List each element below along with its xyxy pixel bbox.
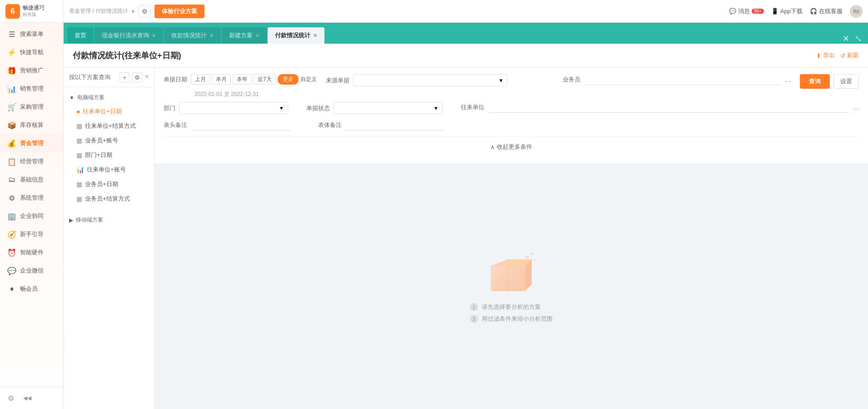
sidebar-item-enterprise[interactable]: 🏢 企业协同: [0, 207, 63, 225]
doc-status-filter: 单据状态 ▾: [306, 102, 443, 114]
scheme-item-unit-method[interactable]: ▦ 往来单位+结算方式: [64, 119, 154, 133]
export-icon: ⬆: [816, 52, 821, 59]
refresh-button[interactable]: ↺ 刷新: [840, 51, 859, 60]
filter-row-2: 部门 ▾ 单据状态 ▾: [164, 102, 859, 114]
scheme-label-staff-method: 业务员+结算方式: [85, 195, 130, 203]
sidebar-item-guide[interactable]: 🧭 新手引导: [0, 225, 63, 243]
filter-area: 单据日期 上月 本月 本年 近7天 更多 自定义 来源单据: [155, 68, 868, 164]
tab-new-close-icon[interactable]: ✕: [255, 33, 259, 39]
header-note-input[interactable]: [191, 120, 291, 130]
tabbar: 首页 现金银行流水查询 ✕ 收款情况统计 ✕ 新建方案 ✕ 付款情况统计 ✕ ✕…: [64, 23, 868, 44]
breadcrumb-dropdown[interactable]: ▾: [132, 8, 135, 15]
scheme-icon-staff-account: ▦: [76, 137, 82, 144]
doc-status-select[interactable]: ▾: [334, 102, 443, 114]
date-filter: 单据日期 上月 本月 本年 近7天 更多 自定义: [164, 74, 317, 85]
panel-settings-btn[interactable]: ⚙: [132, 72, 142, 82]
sidebar-item-marketing[interactable]: 🎁 营销推广: [0, 61, 63, 80]
sidebar-item-capital[interactable]: 💰 资金管理: [0, 134, 63, 152]
staff-dots-btn[interactable]: ...: [785, 76, 791, 84]
sidebar-item-shortcut[interactable]: ⚡ 快捷导航: [0, 43, 63, 61]
scheme-item-unit-date[interactable]: ● 往来单位+日期: [64, 104, 154, 119]
panel-add-btn[interactable]: +: [120, 72, 130, 82]
date-btn-this-month[interactable]: 本月: [212, 74, 231, 85]
sidebar-item-inventory[interactable]: 📦 库存核算: [0, 116, 63, 134]
tab-home[interactable]: 首页: [67, 27, 94, 44]
scheme-label-unit-date: 往来单位+日期: [83, 107, 122, 116]
sidebar-item-search[interactable]: ☰ 搜索菜单: [0, 25, 63, 43]
scheme-label-staff-date: 业务员+日期: [85, 180, 118, 188]
tab-collection[interactable]: 收款情况统计 ✕: [164, 27, 221, 44]
mobile-section-title[interactable]: ▶ 移动端方案: [64, 213, 154, 227]
sidebar-label-purchase: 采购管理: [20, 103, 44, 111]
filter-row-1: 单据日期 上月 本月 本年 近7天 更多 自定义 来源单据: [164, 74, 859, 89]
collapse-more-btn[interactable]: ∧ 收起更多条件: [483, 140, 539, 154]
tab-payment-close-icon[interactable]: ✕: [313, 33, 317, 39]
purchase-nav-icon: 🛒: [7, 102, 16, 111]
date-btn-7days[interactable]: 近7天: [254, 74, 276, 85]
hint-num-2: 2: [470, 315, 478, 323]
tab-expand-icon[interactable]: ⤡: [852, 34, 864, 44]
hardware-nav-icon: ⏰: [7, 248, 16, 257]
sidebar-item-operation[interactable]: 📋 经营管理: [0, 152, 63, 171]
staff-filter: 业务员 ...: [563, 74, 791, 85]
export-button[interactable]: ⬆ 导出: [816, 51, 835, 60]
tab-bank-close-icon[interactable]: ✕: [152, 33, 156, 39]
desktop-section-title[interactable]: ▼ 电脑端方案: [64, 91, 154, 104]
scheme-item-staff-account[interactable]: ▦ 业务员+账号: [64, 133, 154, 148]
body-note-input[interactable]: [345, 120, 445, 130]
export-label: 导出: [823, 51, 835, 60]
body-note-filter: 表体备注: [318, 120, 445, 131]
empty-hints: 1 请先选择要分析的方案 2 用过滤条件来缩小分析范围: [470, 303, 553, 323]
dept-select[interactable]: ▾: [179, 102, 288, 114]
date-btn-more[interactable]: 更多: [278, 74, 299, 85]
query-button[interactable]: 查询: [800, 74, 830, 89]
partner-dots-btn[interactable]: ...: [853, 103, 859, 111]
system-nav-icon: ⚙: [7, 193, 16, 202]
guide-nav-icon: 🧭: [7, 230, 16, 239]
svg-point-4: [534, 259, 536, 262]
sidebar-item-system[interactable]: ⚙ 系统管理: [0, 189, 63, 207]
scheme-item-staff-date[interactable]: ▦ 业务员+日期: [64, 177, 154, 192]
scheme-item-unit-account[interactable]: 📊 往来单位+账号: [64, 162, 154, 177]
sidebar-item-sales[interactable]: 📊 销售管理: [0, 80, 63, 98]
tab-collection-close-icon[interactable]: ✕: [210, 33, 214, 39]
sidebar-item-wechat[interactable]: 💬 企业微信: [0, 262, 63, 280]
scheme-label-unit-account: 往来单位+账号: [87, 166, 126, 174]
sidebar-collapse-icon[interactable]: ◀◀: [21, 392, 34, 404]
app-download-action[interactable]: 📱 App下载: [771, 7, 803, 15]
tab-close-all-icon[interactable]: ✕: [840, 34, 852, 44]
sidebar-item-vip[interactable]: ♦ 畅会员: [0, 280, 63, 298]
app-download-icon: 📱: [771, 8, 778, 15]
scheme-item-dept-date[interactable]: ▦ 部门+日期: [64, 148, 154, 162]
source-select[interactable]: ▾: [353, 74, 508, 86]
online-service-action[interactable]: 🎧 在线客服: [810, 7, 843, 15]
message-action[interactable]: 💬 消息 99+: [729, 7, 764, 15]
svg-point-3: [530, 252, 533, 255]
source-filter: 来源单据 ▾: [326, 74, 554, 86]
logo-icon: 6: [5, 4, 20, 19]
panel-collapse-btn[interactable]: «: [145, 72, 149, 82]
trial-button[interactable]: 体验行业方案: [155, 5, 205, 18]
tab-bank[interactable]: 现金银行流水查询 ✕: [95, 27, 163, 44]
settings-button[interactable]: 设置: [833, 74, 859, 89]
sidebar-item-purchase[interactable]: 🛒 采购管理: [0, 98, 63, 116]
sidebar-item-hardware[interactable]: ⏰ 智能硬件: [0, 243, 63, 262]
dept-select-arrow: ▾: [280, 105, 283, 111]
partner-input[interactable]: [488, 102, 849, 112]
collapse-filter-block: ∧ 收起更多条件: [164, 136, 859, 157]
date-btn-last-month[interactable]: 上月: [191, 74, 210, 85]
scheme-item-staff-method[interactable]: ▦ 业务员+结算方式: [64, 192, 154, 206]
sidebar-settings-icon[interactable]: ⚙: [5, 392, 17, 404]
topbar-settings-btn[interactable]: ⚙: [138, 5, 151, 18]
scheme-icon-unit-account: 📊: [76, 166, 84, 173]
tab-payment[interactable]: 付款情况统计 ✕: [268, 27, 324, 44]
tab-new[interactable]: 新建方案 ✕: [222, 27, 267, 44]
desktop-section-arrow: ▼: [69, 95, 75, 101]
capital-nav-icon: 💰: [7, 139, 16, 148]
date-btn-this-year[interactable]: 本年: [233, 74, 252, 85]
content: 按以下方案查询 + ⚙ « ▼ 电脑端方案 ● 往来单位+日期: [64, 68, 868, 409]
sidebar-item-basic[interactable]: 🗂 基础信息: [0, 171, 63, 189]
staff-input[interactable]: [584, 74, 781, 85]
user-avatar[interactable]: Rit: [850, 5, 863, 18]
scheme-icon-staff-date: ▦: [76, 181, 82, 188]
